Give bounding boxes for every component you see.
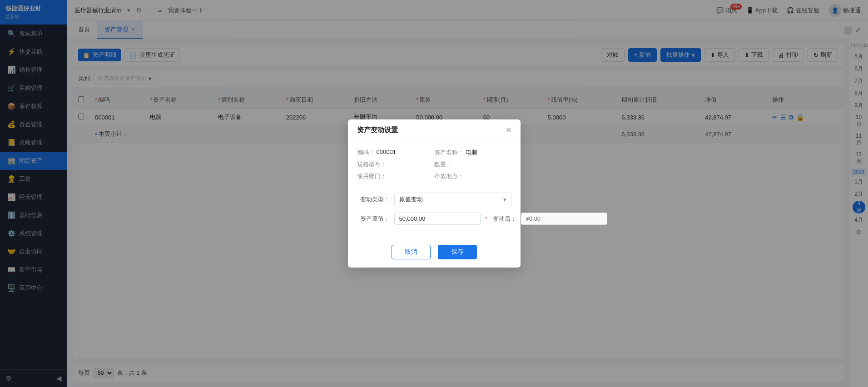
change-type-label: 变动类型： [357,195,390,203]
asset-value-input[interactable] [394,213,481,225]
modal-info-qty: 数量： [434,160,511,169]
cancel-button[interactable]: 取消 [392,245,431,259]
after-value-input[interactable] [521,213,607,225]
after-label: 变动后： [493,215,516,223]
modal-info-location: 存放地点： [434,172,511,180]
modal-close-icon[interactable]: ✕ [506,126,511,134]
change-type-select[interactable]: 原值变动 ▾ [394,193,511,206]
asset-change-modal: 资产变动设置 ✕ 编码： 000001 资产名称： 电脑 规格型号： 数量： [348,119,521,268]
modal-title: 资产变动设置 [357,126,398,134]
modal-overlay: 资产变动设置 ✕ 编码： 000001 资产名称： 电脑 规格型号： 数量： [0,0,868,387]
modal-info-spec: 规格型号： [357,160,434,169]
modal-info-code: 编码： 000001 [357,149,434,157]
required-star: * [485,215,487,222]
modal-info-grid: 编码： 000001 资产名称： 电脑 规格型号： 数量： 使用部门： [357,149,511,180]
modal-header: 资产变动设置 ✕ [348,119,521,140]
modal-divider [357,187,511,187]
modal-info-name: 资产名称： 电脑 [434,149,511,157]
modal-field-asset-value: 资产原值： * 变动后： [357,213,511,225]
modal-footer: 取消 保存 [348,239,521,268]
change-type-dropdown-icon: ▾ [503,196,506,203]
modal-info-dept: 使用部门： [357,172,434,180]
modal-field-change-type: 变动类型： 原值变动 ▾ [357,193,511,206]
modal-body: 编码： 000001 资产名称： 电脑 规格型号： 数量： 使用部门： [348,140,521,239]
asset-value-label: 资产原值： [357,215,390,223]
save-button[interactable]: 保存 [438,245,477,259]
